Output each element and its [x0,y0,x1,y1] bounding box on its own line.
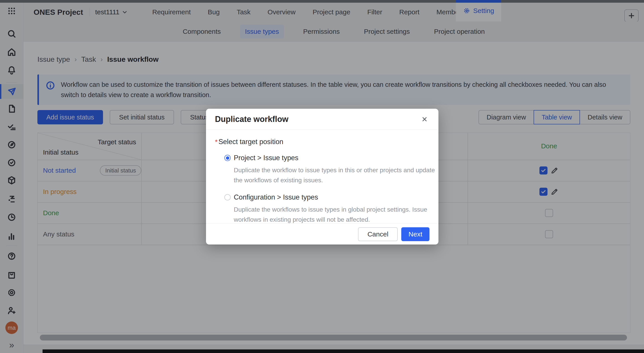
field-label: *Select target position [215,138,430,146]
option-description: Duplicate the workflow to issue types in… [234,165,443,185]
cancel-button[interactable]: Cancel [358,227,398,241]
duplicate-workflow-modal: Duplicate workflow *Select target positi… [206,109,438,245]
modal-title: Duplicate workflow [215,114,288,124]
option-configuration-issue-types: Configuration > Issue types Duplicate th… [215,193,430,225]
option-project-issue-types: Project > Issue types Duplicate the work… [215,154,430,185]
option-label[interactable]: Project > Issue types [234,154,298,162]
modal-body: *Select target position Project > Issue … [206,130,438,225]
app-window: ma » ONES Project test1111 Requirement B… [0,0,644,353]
option-label[interactable]: Configuration > Issue types [234,193,318,201]
required-mark: * [215,138,218,145]
next-button[interactable]: Next [401,227,430,241]
radio-button[interactable] [224,194,231,200]
radio-button[interactable] [224,155,231,161]
close-icon[interactable] [420,114,430,124]
modal-footer: Cancel Next [206,224,438,245]
modal-header: Duplicate workflow [206,109,438,130]
option-description: Duplicate the workflows to issue types i… [234,204,443,225]
